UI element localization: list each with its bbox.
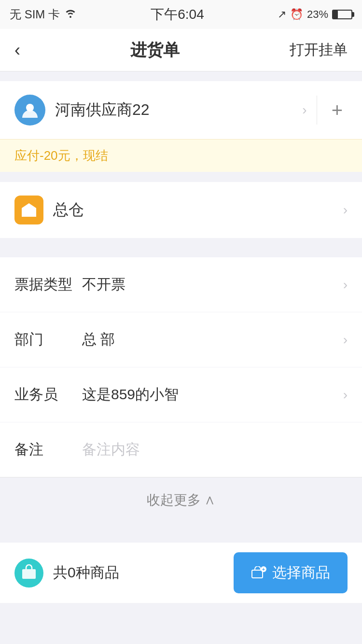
page-title: 进货单 — [130, 39, 180, 61]
salesperson-chevron-icon: › — [343, 387, 348, 403]
carrier-label: 无 SIM 卡 — [10, 7, 60, 22]
form-section: 票据类型 不开票 › 部门 总 部 › 业务员 这是859的小智 › 备注 备注… — [0, 257, 362, 477]
invoice-type-row[interactable]: 票据类型 不开票 › — [0, 257, 362, 312]
gap-3 — [0, 238, 362, 248]
select-product-button[interactable]: + 选择商品 — [234, 552, 348, 593]
supplier-section: 河南供应商22 › + 应付-20元，现结 — [0, 81, 362, 172]
status-bar: 无 SIM 卡 下午6:04 ↗ ⏰ 23% — [0, 0, 362, 29]
wifi-icon — [64, 8, 77, 21]
battery-label: 23% — [307, 8, 328, 21]
open-pending-button[interactable]: 打开挂单 — [290, 40, 348, 60]
supplier-row[interactable]: 河南供应商22 › + — [0, 81, 362, 139]
product-count-label: 共0种商品 — [53, 563, 234, 583]
status-right: ↗ ⏰ 23% — [278, 8, 352, 21]
supplier-name: 河南供应商22 — [55, 99, 302, 121]
salesperson-value: 这是859的小智 — [72, 385, 343, 405]
collapse-button[interactable]: 收起更多 ∧ — [0, 477, 362, 523]
department-label: 部门 — [14, 330, 72, 350]
remark-label: 备注 — [14, 440, 72, 460]
svg-rect-1 — [27, 212, 31, 217]
salesperson-row[interactable]: 业务员 这是859的小智 › — [0, 367, 362, 422]
bottom-bar: 共0种商品 + 选择商品 — [0, 542, 362, 603]
location-icon: ↗ — [278, 8, 286, 21]
notice-bar: 应付-20元，现结 — [0, 139, 362, 172]
supplier-chevron-icon: › — [302, 102, 306, 118]
alarm-icon: ⏰ — [290, 8, 303, 21]
gap-4 — [0, 523, 362, 532]
invoice-type-value: 不开票 — [72, 275, 343, 294]
gap-1 — [0, 71, 362, 81]
department-row[interactable]: 部门 总 部 › — [0, 312, 362, 367]
add-supplier-button[interactable]: + — [327, 99, 348, 121]
svg-text:+: + — [262, 567, 265, 572]
warehouse-chevron-icon: › — [343, 202, 348, 218]
gap-2 — [0, 172, 362, 182]
invoice-type-label: 票据类型 — [14, 275, 72, 294]
cart-icon: + — [251, 566, 266, 580]
status-left: 无 SIM 卡 — [10, 7, 77, 22]
department-value: 总 部 — [72, 330, 343, 350]
battery-icon — [332, 10, 352, 19]
status-time: 下午6:04 — [151, 5, 204, 24]
supplier-divider — [317, 96, 317, 125]
nav-bar: ‹ 进货单 打开挂单 — [0, 29, 362, 71]
salesperson-label: 业务员 — [14, 385, 72, 405]
warehouse-name: 总仓 — [53, 199, 343, 221]
supplier-avatar — [14, 95, 45, 126]
back-button[interactable]: ‹ — [14, 40, 20, 60]
warehouse-row[interactable]: 总仓 › — [0, 182, 362, 238]
notice-text: 应付-20元，现结 — [14, 148, 108, 163]
collapse-label: 收起更多 ∧ — [147, 491, 216, 509]
product-icon — [14, 559, 43, 588]
warehouse-icon — [14, 196, 43, 224]
svg-rect-2 — [22, 569, 36, 579]
select-product-label: 选择商品 — [272, 563, 330, 583]
remark-row[interactable]: 备注 备注内容 — [0, 422, 362, 477]
remark-input[interactable]: 备注内容 — [72, 440, 348, 460]
warehouse-section: 总仓 › — [0, 182, 362, 238]
department-chevron-icon: › — [343, 332, 348, 348]
invoice-type-chevron-icon: › — [343, 277, 348, 293]
svg-rect-3 — [252, 570, 263, 578]
